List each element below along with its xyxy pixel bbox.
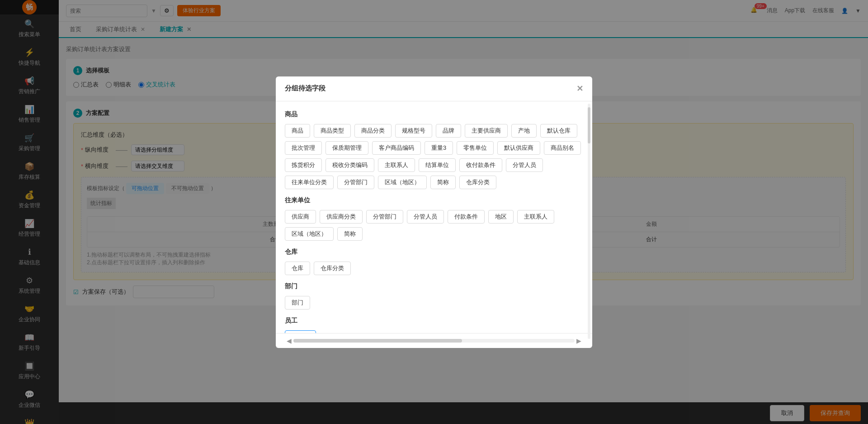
tag-1-6[interactable]: 主联系人 [517,210,554,224]
tag-0-14[interactable]: 商品别名 [544,141,581,155]
modal-header: 分组待选字段 ✕ [276,76,592,101]
scroll-right-icon[interactable]: ▶ [575,337,583,344]
tag-grid-1: 供应商供应商分类分管部门分管人员付款条件地区主联系人区域（地区）简称 [285,210,583,241]
section-title-0: 商品 [285,110,583,119]
vertical-scrollbar[interactable] [588,104,590,339]
section-title-1: 往来单位 [285,196,583,205]
modal-overlay: 分组待选字段 ✕ 商品商品商品类型商品分类规格型号品牌主要供应商产地默认仓库批次… [0,0,868,424]
tag-0-19[interactable]: 收付款条件 [459,158,502,172]
tag-1-2[interactable]: 分管部门 [366,210,403,224]
modal-footer-scroll: ◀ ▶ [276,333,592,348]
tag-0-12[interactable]: 零售单位 [457,141,494,155]
tag-0-25[interactable]: 仓库分类 [459,176,496,189]
tag-0-22[interactable]: 分管部门 [337,176,374,189]
tag-grid-3: 部门 [285,296,583,310]
modal-body: 商品商品商品类型商品分类规格型号品牌主要供应商产地默认仓库批次管理保质期管理客户… [276,101,592,333]
tag-0-20[interactable]: 分管人员 [506,158,543,172]
tag-0-10[interactable]: 客户商品编码 [372,141,421,155]
tag-0-2[interactable]: 商品分类 [354,124,392,138]
tag-1-4[interactable]: 付款条件 [448,210,485,224]
tag-0-11[interactable]: 重量3 [425,141,453,155]
tag-0-23[interactable]: 区域（地区） [378,176,427,189]
tag-0-4[interactable]: 品牌 [436,124,461,138]
tag-1-1[interactable]: 供应商分类 [320,210,363,224]
section-title-3: 部门 [285,282,583,291]
tag-0-16[interactable]: 税收分类编码 [326,158,374,172]
tag-0-9[interactable]: 保质期管理 [326,141,368,155]
section-title-2: 仓库 [285,248,583,256]
tag-0-21[interactable]: 往来单位分类 [285,176,334,189]
tag-0-17[interactable]: 主联系人 [378,158,415,172]
tag-0-6[interactable]: 产地 [511,124,537,138]
section-title-4: 员工 [285,317,583,325]
modal-close-icon[interactable]: ✕ [576,84,583,94]
tag-0-13[interactable]: 默认供应商 [497,141,540,155]
tag-1-0[interactable]: 供应商 [285,210,316,224]
tag-3-0[interactable]: 部门 [285,296,310,310]
tag-0-1[interactable]: 商品类型 [314,124,351,138]
tag-1-3[interactable]: 分管人员 [407,210,444,224]
tag-0-5[interactable]: 主要供应商 [465,124,508,138]
tag-grid-0: 商品商品类型商品分类规格型号品牌主要供应商产地默认仓库批次管理保质期管理客户商品… [285,124,583,189]
tag-0-0[interactable]: 商品 [285,124,310,138]
tag-0-24[interactable]: 简称 [430,176,456,189]
tag-0-15[interactable]: 拣货积分 [285,158,322,172]
tag-0-7[interactable]: 默认仓库 [540,124,577,138]
tag-0-3[interactable]: 规格型号 [395,124,432,138]
tag-1-7[interactable]: 区域（地区） [285,227,334,241]
tag-0-18[interactable]: 结算单位 [419,158,456,172]
scroll-thumb [293,339,462,343]
tag-2-1[interactable]: 仓库分类 [314,262,351,275]
tag-1-5[interactable]: 地区 [488,210,514,224]
scrollbar-thumb [588,107,590,143]
tag-2-0[interactable]: 仓库 [285,262,310,275]
horizontal-scrollbar[interactable] [293,339,575,343]
tag-1-8[interactable]: 简称 [337,227,363,241]
modal: 分组待选字段 ✕ 商品商品商品类型商品分类规格型号品牌主要供应商产地默认仓库批次… [276,76,592,348]
modal-title: 分组待选字段 [285,84,326,93]
tag-0-8[interactable]: 批次管理 [285,141,322,155]
tag-grid-2: 仓库仓库分类 [285,262,583,275]
scroll-left-icon[interactable]: ◀ [285,337,293,344]
